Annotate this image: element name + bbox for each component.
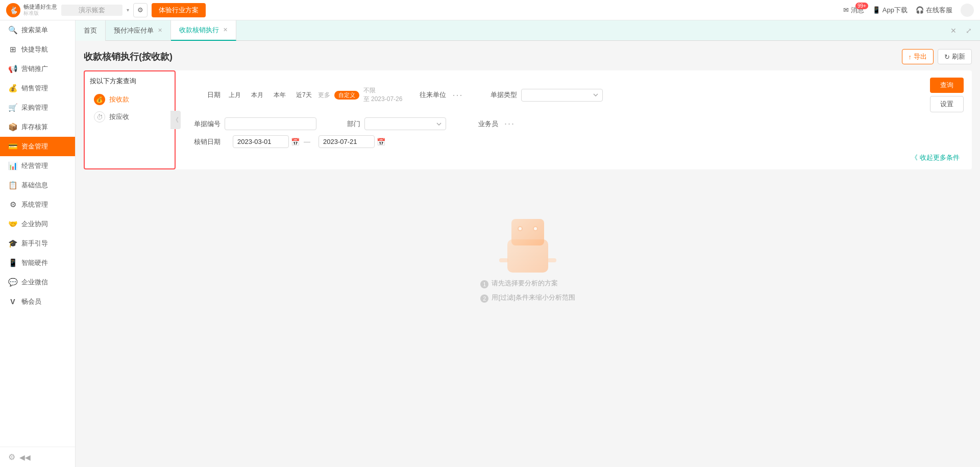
filter-option-by-receivable[interactable]: ⏱ 按应收 bbox=[90, 108, 169, 126]
verif-date-end-input[interactable] bbox=[318, 135, 375, 148]
calendar-start-icon[interactable]: 📅 bbox=[291, 138, 300, 146]
settings-bottom-icon[interactable]: ⚙ bbox=[8, 452, 15, 462]
page-header: 收款核销执行(按收款) ↑ 导出 ↻ 刷新 bbox=[84, 49, 972, 64]
tip-2-text: 用[过滤]条件来缩小分析范围 bbox=[492, 293, 575, 302]
date-more-button[interactable]: 更多 bbox=[318, 91, 330, 100]
sidebar-item-newbie[interactable]: 🎓 新手引导 bbox=[0, 234, 75, 253]
custom-date-badge: 自定义 bbox=[334, 91, 359, 100]
doctype-select[interactable] bbox=[521, 89, 603, 102]
robot-right-arm bbox=[547, 258, 556, 262]
tab-expand-button[interactable]: ⤢ bbox=[962, 23, 976, 38]
export-icon: ↑ bbox=[909, 53, 912, 61]
empty-tip-1: 1 请先选择要分析的方案 bbox=[480, 279, 575, 290]
sidebar-label: 资金管理 bbox=[21, 142, 48, 151]
sidebar-label: 畅会员 bbox=[21, 297, 41, 306]
staff-select-button[interactable]: ··· bbox=[502, 118, 517, 129]
sidebar-label: 系统管理 bbox=[21, 200, 48, 209]
partner-select-button[interactable]: ··· bbox=[450, 90, 465, 101]
company-dropdown-icon[interactable]: ▾ bbox=[127, 7, 129, 13]
tab-prepay[interactable]: 预付冲应付单 ✕ bbox=[106, 20, 171, 41]
robot-left-arm bbox=[499, 258, 508, 262]
user-avatar[interactable] bbox=[961, 4, 974, 17]
message-button[interactable]: ✉ 消息 99+ bbox=[843, 6, 864, 15]
sidebar-label: 基础信息 bbox=[21, 181, 48, 190]
sidebar-item-funds[interactable]: 💳 资金管理 bbox=[0, 137, 75, 156]
empty-state: 1 请先选择要分析的方案 2 用[过滤]条件来缩小分析范围 bbox=[84, 176, 972, 345]
export-button[interactable]: ↑ 导出 bbox=[902, 49, 934, 64]
home-icon: ⊞ bbox=[8, 45, 17, 54]
calendar-end-icon[interactable]: 📅 bbox=[377, 138, 385, 146]
docnumber-input[interactable] bbox=[225, 117, 316, 130]
wechat-icon: 💬 bbox=[8, 278, 17, 287]
tab-collection[interactable]: 收款核销执行 ✕ bbox=[171, 20, 236, 41]
inventory-icon: 📦 bbox=[8, 122, 17, 132]
sidebar-label: 营销推广 bbox=[21, 64, 48, 73]
system-icon: ⚙ bbox=[8, 200, 17, 209]
funds-icon: 💳 bbox=[8, 142, 17, 151]
date-shortcut-last-month[interactable]: 上月 bbox=[225, 90, 245, 101]
sidebar-item-wechat[interactable]: 💬 企业微信 bbox=[0, 273, 75, 292]
by-receivable-icon: ⏱ bbox=[94, 111, 105, 122]
sidebar-item-purchase[interactable]: 🛒 采购管理 bbox=[0, 98, 75, 117]
doctype-field-group: 单据类型 bbox=[485, 89, 603, 102]
query-button[interactable]: 查询 bbox=[930, 78, 964, 93]
sidebar-label: 采购管理 bbox=[21, 103, 48, 112]
sidebar-item-system[interactable]: ⚙ 系统管理 bbox=[0, 195, 75, 214]
tip-1-text: 请先选择要分析的方案 bbox=[492, 279, 558, 288]
sidebar-item-search-menu[interactable]: 🔍 搜索菜单 bbox=[0, 20, 75, 40]
company-name[interactable]: 演示账套 bbox=[61, 5, 122, 16]
page-actions: ↑ 导出 ↻ 刷新 bbox=[902, 49, 972, 64]
date-shortcut-7days[interactable]: 近7天 bbox=[292, 90, 316, 101]
sidebar-item-operations[interactable]: 📊 经营管理 bbox=[0, 156, 75, 176]
sidebar-collapse-button[interactable]: ◀◀ bbox=[19, 453, 31, 461]
tab-close-all-button[interactable]: ✕ bbox=[946, 23, 961, 38]
collection-tab-close[interactable]: ✕ bbox=[223, 27, 228, 33]
date-to-text: 至 2023-07-26 bbox=[363, 95, 403, 104]
message-badge: 99+ bbox=[855, 3, 868, 9]
brand-badge: 标准版 bbox=[23, 10, 57, 16]
industry-solution-button[interactable]: 体验行业方案 bbox=[152, 3, 206, 17]
newbie-icon: 🎓 bbox=[8, 239, 17, 248]
top-bar: 🐇 畅捷通好生意 标准版 演示账套 ▾ ⚙ 体验行业方案 ✉ 消息 99+ 📱 … bbox=[0, 0, 980, 20]
empty-tips: 1 请先选择要分析的方案 2 用[过滤]条件来缩小分析范围 bbox=[480, 279, 575, 304]
setting-button[interactable]: 设置 bbox=[930, 96, 964, 112]
collection-tab-label: 收款核销执行 bbox=[179, 26, 219, 35]
robot-left-eye bbox=[518, 226, 523, 231]
dept-select[interactable] bbox=[364, 117, 446, 130]
sidebar-item-quick-nav[interactable]: ⊞ 快捷导航 bbox=[0, 40, 75, 59]
sidebar-item-smart[interactable]: 📱 智能硬件 bbox=[0, 253, 75, 273]
sidebar-item-basics[interactable]: 📋 基础信息 bbox=[0, 176, 75, 195]
date-shortcut-this-year[interactable]: 本年 bbox=[270, 90, 290, 101]
sidebar-bottom: ⚙ ◀◀ bbox=[0, 447, 75, 467]
empty-tip-2: 2 用[过滤]条件来缩小分析范围 bbox=[480, 293, 575, 304]
tab-home[interactable]: 首页 bbox=[76, 20, 106, 41]
enterprise-icon: 🤝 bbox=[8, 219, 17, 229]
collapse-more-conditions[interactable]: 《 收起更多条件 bbox=[189, 153, 964, 162]
dept-label: 部门 bbox=[329, 119, 364, 129]
sidebar-item-sales[interactable]: 💰 销售管理 bbox=[0, 79, 75, 98]
sidebar-label: 搜索菜单 bbox=[21, 26, 48, 35]
smart-icon: 📱 bbox=[8, 258, 17, 267]
verif-date-start-input[interactable] bbox=[233, 135, 289, 148]
settings-gear-button[interactable]: ⚙ bbox=[133, 3, 148, 17]
prepay-tab-close[interactable]: ✕ bbox=[158, 27, 162, 34]
partner-field-group: 往来单位 ··· bbox=[414, 90, 465, 101]
sidebar-item-inventory[interactable]: 📦 库存核算 bbox=[0, 117, 75, 137]
online-service-button[interactable]: 🎧 在线客服 bbox=[916, 6, 952, 15]
date-shortcut-this-month[interactable]: 本月 bbox=[247, 90, 267, 101]
staff-label: 业务员 bbox=[467, 119, 502, 129]
sidebar-label: 新手引导 bbox=[21, 239, 48, 248]
sidebar-item-marketing[interactable]: 📢 营销推广 bbox=[0, 59, 75, 79]
sidebar-item-enterprise[interactable]: 🤝 企业协同 bbox=[0, 214, 75, 234]
service-icon: 🎧 bbox=[916, 6, 924, 14]
filter-collapse-button[interactable]: 《 bbox=[170, 111, 181, 129]
main-wrapper: 首页 预付冲应付单 ✕ 收款核销执行 ✕ ✕ ⤢ 收款核销执行(按收款) ↑ 导… bbox=[76, 20, 980, 467]
app-download-button[interactable]: 📱 App下载 bbox=[872, 6, 908, 15]
refresh-label: 刷新 bbox=[952, 52, 965, 61]
filter-main: 日期 上月 本月 本年 近7天 更多 自定义 不限 至 2023-07-26 bbox=[189, 78, 964, 162]
purchase-icon: 🛒 bbox=[8, 103, 17, 112]
sidebar-item-member[interactable]: V 畅会员 bbox=[0, 292, 75, 311]
refresh-button[interactable]: ↻ 刷新 bbox=[938, 49, 972, 64]
staff-field-group: 业务员 ··· bbox=[467, 118, 517, 129]
filter-option-by-collection[interactable]: 💰 按收款 bbox=[90, 91, 169, 108]
